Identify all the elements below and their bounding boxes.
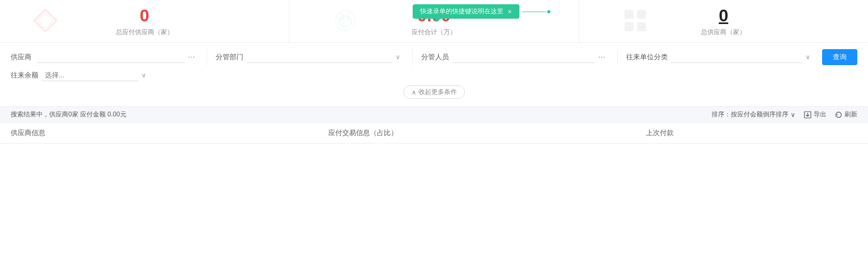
tooltip-close-button[interactable]: × — [508, 8, 512, 15]
supplier-input[interactable] — [37, 51, 185, 63]
refresh-label: 刷新 — [845, 110, 857, 119]
tooltip-bubble: 快速录单的快捷键说明在这里 × — [413, 4, 519, 19]
divider-3 — [617, 49, 618, 65]
payable-suppliers-number: 0 — [140, 5, 149, 26]
divider-2 — [412, 49, 413, 65]
balance-input-wrapper — [42, 69, 138, 81]
balance-filter: 往来余额 ∨ — [11, 69, 149, 81]
person-filter: 分管人员 ··· — [421, 51, 609, 63]
collapse-label: 收起更多条件 — [419, 88, 457, 97]
unit-class-input[interactable] — [671, 51, 802, 63]
total-suppliers-card: 0 总供应商（家） — [579, 0, 868, 42]
result-bar: 搜索结果中，供应商0家 应付金额 0.00元 排序：按应付会额倒序排序 ∨ 导出… — [0, 107, 868, 123]
supplier-label: 供应商 — [11, 52, 34, 62]
unit-class-filter: 往来单位分类 ∨ — [626, 51, 814, 63]
person-dots-button[interactable]: ··· — [595, 52, 608, 62]
svg-point-0 — [336, 11, 356, 30]
refresh-icon — [835, 111, 842, 119]
supplier-filter: 供应商 ··· — [11, 51, 198, 63]
result-actions: 排序：按应付会额倒序排序 ∨ 导出 刷新 — [712, 110, 857, 119]
tooltip-dot — [546, 9, 551, 14]
sort-arrow: ∨ — [791, 111, 795, 119]
payable-suppliers-card: 0 总应付供应商（家） — [0, 0, 289, 42]
payable-suppliers-label: 总应付供应商（家） — [116, 28, 173, 37]
export-button[interactable]: 导出 — [804, 110, 826, 119]
summary-section: 0 总应付供应商（家） 快速录单的快捷键说明在这里 × 0.00 应付合计（万） — [0, 0, 868, 43]
department-filter: 分管部门 ∨ — [216, 51, 403, 63]
filter-row-2: 往来余额 ∨ — [11, 69, 857, 81]
svg-rect-6 — [625, 22, 634, 31]
table-body — [0, 144, 868, 275]
divider-1 — [207, 49, 207, 65]
svg-rect-7 — [637, 22, 646, 31]
export-label: 导出 — [814, 110, 826, 119]
department-input[interactable] — [247, 51, 392, 63]
department-input-wrapper — [247, 51, 392, 63]
query-button[interactable]: 查询 — [822, 49, 857, 65]
person-label: 分管人员 — [421, 52, 449, 62]
tooltip-text: 快速录单的快捷键说明在这里 — [420, 7, 503, 16]
grid-icon — [622, 7, 649, 35]
collapse-icon: ∧ — [412, 89, 416, 96]
total-suppliers-number: 0 — [719, 5, 728, 26]
collapse-row: ∧ 收起更多条件 — [11, 83, 857, 103]
department-arrow[interactable]: ∨ — [392, 53, 404, 61]
payable-total-label: 应付合计（万） — [412, 28, 456, 37]
filter-row-1: 供应商 ··· 分管部门 ∨ 分管人员 ··· 往来单位分 — [11, 49, 857, 65]
cat-icon — [332, 7, 359, 35]
refresh-button[interactable]: 刷新 — [835, 110, 857, 119]
balance-label: 往来余额 — [11, 70, 38, 80]
person-input-wrapper — [452, 51, 595, 63]
svg-point-2 — [342, 18, 344, 19]
unit-class-input-wrapper — [671, 51, 802, 63]
unit-class-label: 往来单位分类 — [626, 52, 668, 62]
table-header: 供应商信息 应付交易信息（占比） 上次付款 — [0, 123, 868, 144]
balance-arrow[interactable]: ∨ — [138, 72, 149, 79]
svg-point-1 — [340, 16, 352, 27]
col-transaction-header: 应付交易信息（占比） — [328, 128, 646, 138]
svg-point-3 — [348, 18, 349, 19]
person-input[interactable] — [452, 51, 595, 63]
svg-rect-4 — [625, 10, 634, 19]
total-suppliers-label: 总供应商（家） — [701, 28, 746, 37]
col-supplier-info-header: 供应商信息 — [11, 128, 328, 138]
sort-select[interactable]: 排序：按应付会额倒序排序 ∨ — [712, 110, 795, 119]
supplier-input-wrapper — [37, 51, 185, 63]
supplier-dots-button[interactable]: ··· — [185, 52, 198, 62]
collapse-button[interactable]: ∧ 收起更多条件 — [404, 85, 465, 99]
department-label: 分管部门 — [216, 52, 243, 62]
tooltip-line — [522, 11, 549, 12]
filter-bar: 供应商 ··· 分管部门 ∨ 分管人员 ··· 往来单位分 — [0, 43, 868, 107]
diamond-icon — [32, 7, 59, 35]
export-icon — [804, 111, 811, 119]
payable-total-card: 快速录单的快捷键说明在这里 × 0.00 应付合计（万） — [289, 0, 579, 42]
sort-label: 排序：按应付会额倒序排序 — [712, 110, 788, 119]
col-last-payment-header: 上次付款 — [646, 128, 858, 138]
result-info: 搜索结果中，供应商0家 应付金额 0.00元 — [11, 110, 127, 119]
unit-class-arrow[interactable]: ∨ — [802, 53, 814, 61]
balance-input[interactable] — [42, 69, 138, 81]
svg-rect-5 — [637, 10, 646, 19]
